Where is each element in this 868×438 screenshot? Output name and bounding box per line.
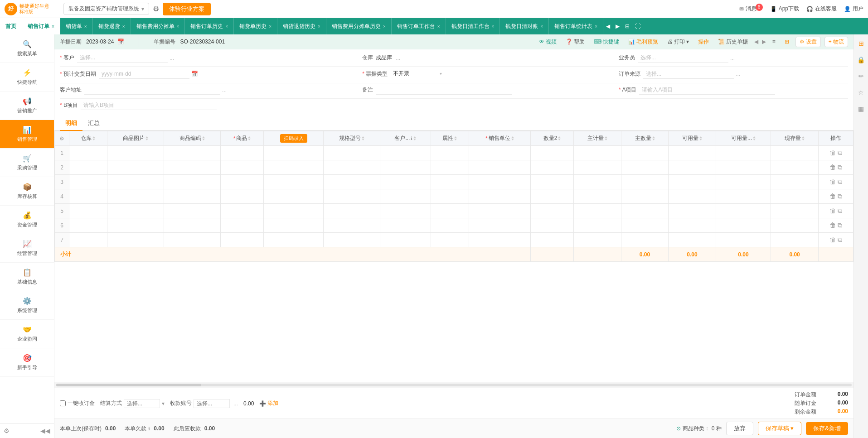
shortcut-btn[interactable]: ⌨ 快捷键 xyxy=(591,37,622,47)
delete-icon[interactable]: 🗑 xyxy=(829,236,836,244)
history-btn[interactable]: 📜 历史单据 xyxy=(715,37,751,47)
cell-stock-1[interactable] xyxy=(771,146,818,160)
close-icon[interactable]: × xyxy=(269,24,272,29)
tab-sales-invoice[interactable]: 销货单 × xyxy=(60,18,93,34)
cell-avail-2[interactable] xyxy=(669,160,716,175)
star-panel-icon[interactable]: ☆ xyxy=(856,87,867,98)
trial-button[interactable]: 体验行业方案 xyxy=(163,3,211,15)
cell-spec-2[interactable] xyxy=(324,160,380,175)
messages-button[interactable]: ✉ 消息 6 xyxy=(739,5,763,13)
view-btn[interactable]: 👁 视频 xyxy=(536,37,559,47)
next-tab-button[interactable]: ▶ xyxy=(613,18,622,34)
scrollbar-area[interactable] xyxy=(54,382,853,388)
delete-icon[interactable]: 🗑 xyxy=(829,207,836,215)
print-btn[interactable]: 🖨 打印 ▾ xyxy=(664,37,692,47)
cell-avail2-1[interactable] xyxy=(716,146,771,160)
sidebar-item-purchase[interactable]: 🛒 采购管理 xyxy=(0,149,54,177)
delete-icon[interactable]: 🗑 xyxy=(829,149,836,157)
tab-summary[interactable]: 汇总 xyxy=(82,116,105,131)
cell-img-2[interactable] xyxy=(107,160,164,175)
sort-icon-code[interactable] xyxy=(202,136,205,140)
delete-icon[interactable]: 🗑 xyxy=(829,193,836,200)
save-new-button[interactable]: 保存&新增 xyxy=(806,422,848,435)
cell-product-2[interactable] xyxy=(220,160,263,175)
delete-icon[interactable]: 🗑 xyxy=(829,178,836,186)
sidebar-item-finance[interactable]: 💰 资金管理 xyxy=(0,206,54,234)
sidebar-item-marketing[interactable]: 📢 营销推广 xyxy=(0,91,54,120)
tile-view-btn[interactable]: ⊞ xyxy=(782,38,792,46)
scan-button[interactable]: 扫码录入 xyxy=(280,134,307,143)
user-menu[interactable]: 👤 用户 xyxy=(844,5,863,13)
order-source-input[interactable] xyxy=(643,69,734,79)
sort-icon-mainunit[interactable] xyxy=(605,136,607,140)
delete-icon[interactable]: 🗑 xyxy=(829,164,836,171)
cell-qty2-1[interactable] xyxy=(530,146,573,160)
tab-fee-history[interactable]: 销售费用分摊单历史 × xyxy=(326,18,392,34)
cell-avail2-2[interactable] xyxy=(716,160,771,175)
copy-icon[interactable]: ⧉ xyxy=(838,149,842,157)
scrollbar-track[interactable] xyxy=(56,384,852,386)
close-icon[interactable]: × xyxy=(595,24,597,29)
close-icon[interactable]: × xyxy=(84,24,87,29)
sort-icon-img[interactable] xyxy=(145,136,148,140)
tab-sales-history[interactable]: 销售订单历史 × xyxy=(185,18,234,34)
b-project-input[interactable] xyxy=(81,101,217,110)
expand-icon[interactable]: ⛶ xyxy=(632,18,643,34)
prev-tab-button[interactable]: ◀ xyxy=(603,18,613,34)
customer-input[interactable] xyxy=(77,53,168,63)
close-icon[interactable]: × xyxy=(437,24,440,29)
setting-button[interactable]: ⚙ 设置 xyxy=(795,37,821,47)
cell-product-1[interactable] xyxy=(220,146,263,160)
profit-btn[interactable]: 📊 毛利预览 xyxy=(626,37,661,47)
close-icon[interactable]: × xyxy=(383,24,386,29)
app-selector[interactable]: 装备及固定资产辅助管理系统 ▾ xyxy=(63,3,149,15)
cell-unit-1[interactable] xyxy=(469,146,530,160)
nav-next-icon[interactable]: ▶ xyxy=(762,39,766,45)
sidebar-item-collab[interactable]: 🤝 企业协同 xyxy=(0,320,54,348)
copy-icon[interactable]: ⧉ xyxy=(838,178,842,186)
cell-scan-2[interactable] xyxy=(264,160,324,175)
tab-order-workbench[interactable]: 销售订单工作台 × xyxy=(392,18,446,34)
list-view-btn[interactable]: ≡ xyxy=(770,38,778,46)
barcode-panel-icon[interactable]: ▦ xyxy=(856,103,867,114)
sort-icon-avail[interactable] xyxy=(699,136,702,140)
cell-attr-1[interactable] xyxy=(431,146,469,160)
tab-sales-order[interactable]: 销售订单 × xyxy=(22,18,60,34)
grid-panel-icon[interactable]: ⊞ xyxy=(856,38,867,49)
sidebar-item-guide[interactable]: 🎯 新手引导 xyxy=(0,348,54,377)
one-click-checkbox-input[interactable] xyxy=(60,400,66,406)
note-input[interactable] xyxy=(376,85,512,95)
tab-home[interactable]: 首页 xyxy=(0,18,22,34)
sort-icon[interactable] xyxy=(92,136,95,140)
tab-detail[interactable]: 明细 xyxy=(60,116,82,131)
help-btn[interactable]: ❓ 帮助 xyxy=(563,37,587,47)
sort-icon-unit[interactable] xyxy=(511,136,514,140)
settings-bottom-icon[interactable]: ⚙ xyxy=(4,427,10,434)
one-click-checkbox[interactable]: 一键收订金 xyxy=(60,399,95,407)
copy-icon[interactable]: ⧉ xyxy=(838,193,842,200)
cell-code-2[interactable] xyxy=(164,160,220,175)
order-source-dots[interactable]: ... xyxy=(736,71,740,77)
account-input[interactable] xyxy=(194,399,230,408)
tab-stats[interactable]: 销售订单统计表 × xyxy=(549,18,603,34)
copy-icon[interactable]: ⧉ xyxy=(838,236,842,244)
close-icon[interactable]: × xyxy=(52,24,54,29)
cell-qty2-2[interactable] xyxy=(530,160,573,175)
cell-stock-2[interactable] xyxy=(771,160,818,175)
cell-mainqty-2[interactable] xyxy=(621,160,668,175)
cell-mainqty-1[interactable] xyxy=(621,146,668,160)
lock-panel-icon[interactable]: 🔒 xyxy=(856,54,867,65)
close-icon[interactable]: × xyxy=(540,24,543,29)
copy-icon[interactable]: ⧉ xyxy=(838,221,842,229)
sort-icon-attr[interactable] xyxy=(454,136,457,140)
cell-warehouse-2[interactable] xyxy=(69,160,107,175)
cell-scan-1[interactable] xyxy=(264,146,324,160)
sidebar-item-base[interactable]: 📋 基础信息 xyxy=(0,263,54,291)
gear-icon[interactable]: ⚙ xyxy=(153,5,159,13)
th-settings[interactable]: ⚙ xyxy=(55,131,69,146)
salesperson-input[interactable] xyxy=(638,53,728,63)
address-dots[interactable]: ... xyxy=(222,87,227,93)
discard-button[interactable]: 放弃 xyxy=(726,422,753,435)
cell-code-1[interactable] xyxy=(164,146,220,160)
cell-spec-1[interactable] xyxy=(324,146,380,160)
